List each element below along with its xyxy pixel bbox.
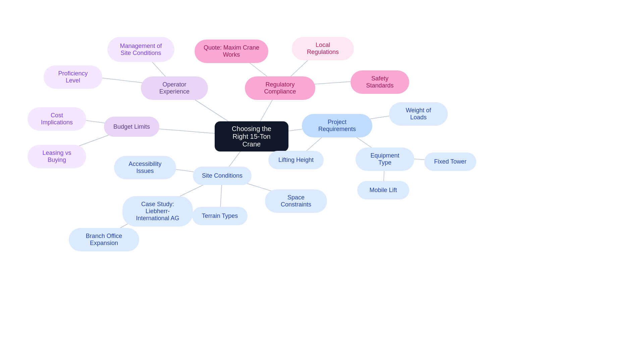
lifting-height-node[interactable]: Lifting Height (268, 151, 324, 169)
branch-office-node[interactable]: Branch Office Expansion (69, 228, 139, 251)
regulatory-compliance-node[interactable]: Regulatory Compliance (245, 76, 315, 100)
space-constraints-node[interactable]: Space Constraints (265, 189, 327, 213)
management-site-conditions-node[interactable]: Management of Site Conditions (107, 37, 174, 62)
proficiency-level-node[interactable]: Proficiency Level (44, 65, 102, 89)
fixed-tower-node[interactable]: Fixed Tower (424, 153, 476, 171)
safety-standards-node[interactable]: Safety Standards (351, 70, 409, 94)
site-conditions-node[interactable]: Site Conditions (193, 167, 252, 185)
equipment-type-node[interactable]: Equipment Type (356, 147, 414, 171)
terrain-types-node[interactable]: Terrain Types (192, 207, 248, 225)
leasing-vs-buying-node[interactable]: Leasing vs Buying (28, 145, 86, 168)
operator-experience-node[interactable]: Operator Experience (141, 76, 208, 100)
accessibility-issues-node[interactable]: Accessibility Issues (114, 156, 176, 179)
case-study-node[interactable]: Case Study: Liebherr-International AG (122, 196, 193, 227)
center-node[interactable]: Choosing the Right 15-Ton Crane (215, 121, 288, 152)
local-regulations-node[interactable]: Local Regulations (292, 37, 354, 60)
quote-maxim-node[interactable]: Quote: Maxim Crane Works (195, 40, 268, 63)
cost-implications-node[interactable]: Cost Implications (28, 107, 86, 131)
weight-of-loads-node[interactable]: Weight of Loads (389, 102, 448, 126)
budget-limits-node[interactable]: Budget Limits (104, 117, 159, 137)
mindmap-container: Choosing the Right 15-Ton CraneOperator … (0, 0, 644, 363)
mobile-lift-node[interactable]: Mobile Lift (357, 181, 409, 199)
project-requirements-node[interactable]: Project Requirements (302, 114, 372, 137)
